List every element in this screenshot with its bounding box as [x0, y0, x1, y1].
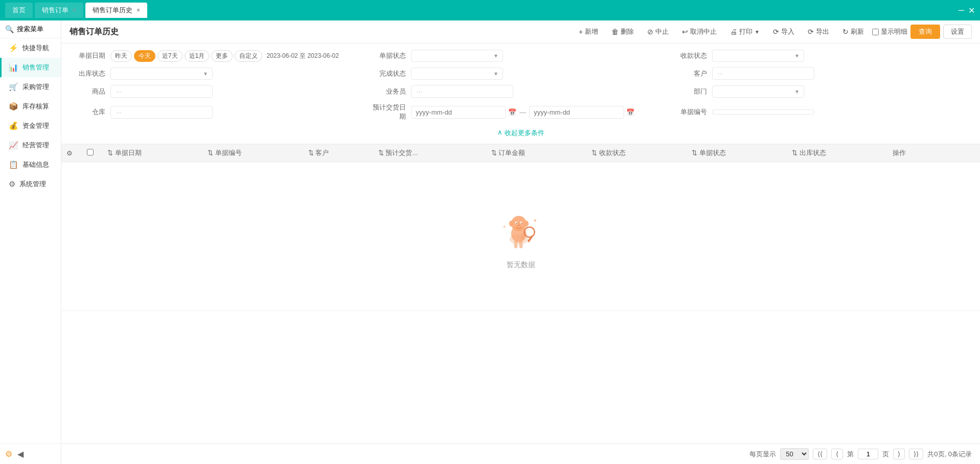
order-status-select[interactable]: ▾ [411, 50, 503, 62]
empty-illustration: ✦ ✦ [495, 203, 546, 254]
delivery-date-label: 预计交货日期 [370, 103, 411, 121]
filter-date-section: 单据日期 昨天 今天 近7天 近1月 更多 自定义 2023-06-02 至 2… [70, 50, 370, 62]
tab-home[interactable]: 首页 [5, 3, 33, 18]
page-title: 销售订单历史 [70, 27, 119, 37]
collapse-sidebar-icon[interactable]: ◀ [17, 449, 24, 459]
select-all-checkbox[interactable] [87, 149, 94, 156]
filter-row-1: 单据日期 昨天 今天 近7天 近1月 更多 自定义 2023-06-02 至 2… [70, 50, 972, 62]
sidebar-search[interactable]: 🔍 搜索菜单 [0, 20, 61, 38]
tab-sales-history[interactable]: 销售订单历史 × [85, 3, 147, 18]
th-gear[interactable]: ⚙ [61, 144, 82, 162]
payment-status-label: 收款状态 [671, 51, 712, 60]
table-area: ⚙ ⇅ 单据日期 ⇅ 单据编号 ⇅ 客户 [61, 144, 980, 444]
empty-state: ✦ ✦ 暂无数据 [61, 162, 980, 311]
sidebar-item-sales-mgmt[interactable]: 📊 销售管理 [0, 58, 61, 77]
refresh-button[interactable]: ↻ 刷新 [837, 25, 869, 38]
th-order-status[interactable]: ⇅ 单据状态 [687, 144, 787, 162]
date-btn-yesterday[interactable]: 昨天 [110, 50, 132, 62]
salesperson-select[interactable]: ··· [411, 85, 513, 98]
date-btn-today[interactable]: 今天 [134, 50, 155, 62]
export-button[interactable]: ⟳ 导出 [803, 25, 834, 38]
filter-area: 单据日期 昨天 今天 近7天 近1月 更多 自定义 2023-06-02 至 2… [61, 43, 980, 144]
settings-bottom-icon[interactable]: ⚙ [5, 449, 12, 459]
collapse-label[interactable]: 收起更多条件 [505, 128, 544, 138]
th-amount[interactable]: ⇅ 订单金额 [486, 144, 586, 162]
export-icon: ⟳ [808, 28, 814, 36]
tab-sales-order[interactable]: 销售订单 × [35, 3, 83, 18]
query-button[interactable]: 查询 [910, 25, 940, 39]
delete-button[interactable]: 🗑 删除 [606, 25, 639, 38]
warehouse-select[interactable]: ··· [110, 106, 213, 119]
svg-point-15 [526, 228, 533, 236]
stop-button[interactable]: ⊘ 中止 [642, 25, 674, 38]
display-columns-input[interactable] [872, 29, 879, 35]
date-btn-7days[interactable]: 近7天 [157, 50, 183, 62]
sidebar-item-quick-nav[interactable]: ⚡ 快捷导航 [0, 38, 61, 58]
payment-status-select[interactable]: ▾ [712, 50, 804, 62]
date-btn-1month[interactable]: 近1月 [185, 50, 210, 62]
dept-select[interactable]: ▾ [712, 85, 804, 98]
order-no-input[interactable] [712, 109, 814, 115]
goods-label: 商品 [70, 87, 110, 96]
delivery-date-end-calendar-icon[interactable]: 📅 [626, 108, 634, 116]
delivery-date-start[interactable] [411, 106, 506, 119]
sidebar-item-finance[interactable]: 💰 资金管理 [0, 116, 61, 136]
date-btn-more[interactable]: 更多 [211, 50, 233, 62]
purchase-mgmt-icon: 🛒 [9, 82, 18, 92]
filter-row-2: 出库状态 ▾ 完成状态 ▾ 客户 ··· [70, 67, 972, 80]
sidebar-item-purchase-mgmt[interactable]: 🛒 采购管理 [0, 77, 61, 97]
import-button[interactable]: ⟳ 导入 [768, 25, 800, 38]
first-page-button[interactable]: ⟨⟨ [813, 449, 827, 459]
th-date[interactable]: ⇅ 单据日期 [102, 144, 202, 162]
th-payment[interactable]: ⇅ 收款状态 [586, 144, 687, 162]
complete-status-arrow-icon: ▾ [494, 70, 497, 77]
warehouse-status-select[interactable]: ▾ [110, 68, 213, 80]
th-check[interactable] [82, 144, 102, 162]
filter-order-no-section: 单据编号 [671, 107, 972, 117]
delivery-date-start-calendar-icon[interactable]: 📅 [508, 108, 516, 116]
page-word2: 页 [882, 450, 889, 459]
th-delivery[interactable]: ⇅ 预计交货... [373, 144, 486, 162]
data-table: ⚙ ⇅ 单据日期 ⇅ 单据编号 ⇅ 客户 [61, 144, 980, 311]
filter-row-4: 仓库 ··· 预计交货日期 📅 — 📅 单据编号 [70, 103, 972, 121]
last-page-button[interactable]: ⟩⟩ [909, 449, 923, 459]
window-minimize-icon[interactable]: ─ [959, 6, 964, 15]
svg-point-7 [516, 223, 517, 224]
svg-point-11 [524, 220, 528, 227]
svg-point-8 [521, 223, 522, 224]
date-btn-custom[interactable]: 自定义 [235, 50, 262, 62]
window-close-icon[interactable]: ✕ [968, 6, 975, 15]
delivery-date-end[interactable] [529, 106, 624, 119]
svg-point-9 [518, 225, 519, 226]
print-button[interactable]: 🖨 打印 ▼ [725, 25, 765, 38]
tab-sales-history-close[interactable]: × [136, 7, 140, 14]
warehouse-status-arrow-icon: ▾ [204, 70, 207, 77]
page-word: 第 [847, 450, 854, 459]
system-icon: ⚙ [9, 180, 15, 189]
tab-sales-order-close[interactable]: × [73, 7, 76, 14]
next-page-button[interactable]: ⟩ [893, 449, 905, 459]
complete-status-select[interactable]: ▾ [411, 68, 503, 80]
setting-button[interactable]: 设置 [943, 25, 972, 39]
customer-select[interactable]: ··· [712, 67, 814, 80]
svg-point-4 [511, 216, 526, 231]
new-button[interactable]: + 新增 [574, 25, 603, 38]
th-warehouse-status[interactable]: ⇅ 出库状态 [787, 144, 887, 162]
page-size-select[interactable]: 20 50 100 [780, 448, 809, 460]
sidebar-item-inventory[interactable]: 📦 库存核算 [0, 97, 61, 116]
warehouse-status-label: 出库状态 [70, 69, 110, 78]
tab-bar: 首页 销售订单 × 销售订单历史 × ─ ✕ [0, 0, 980, 20]
cancel-stop-button[interactable]: ↩ 取消中止 [677, 25, 722, 38]
sidebar-item-operations[interactable]: 📈 经营管理 [0, 136, 61, 155]
prev-page-button[interactable]: ⟨ [831, 449, 843, 459]
page-number-input[interactable] [858, 449, 878, 459]
sidebar-bottom: ⚙ ◀ [0, 444, 61, 464]
th-no[interactable]: ⇅ 单据编号 [202, 144, 303, 162]
filter-delivery-date-section: 预计交货日期 📅 — 📅 [370, 103, 671, 121]
refresh-icon: ↻ [842, 28, 849, 36]
th-customer[interactable]: ⇅ 客户 [303, 144, 373, 162]
sidebar-item-system[interactable]: ⚙ 系统管理 [0, 174, 61, 194]
sidebar-item-basic-info[interactable]: 📋 基础信息 [0, 155, 61, 174]
goods-select[interactable]: ··· [110, 85, 213, 98]
display-columns-checkbox[interactable]: 显示明细 [872, 27, 907, 36]
